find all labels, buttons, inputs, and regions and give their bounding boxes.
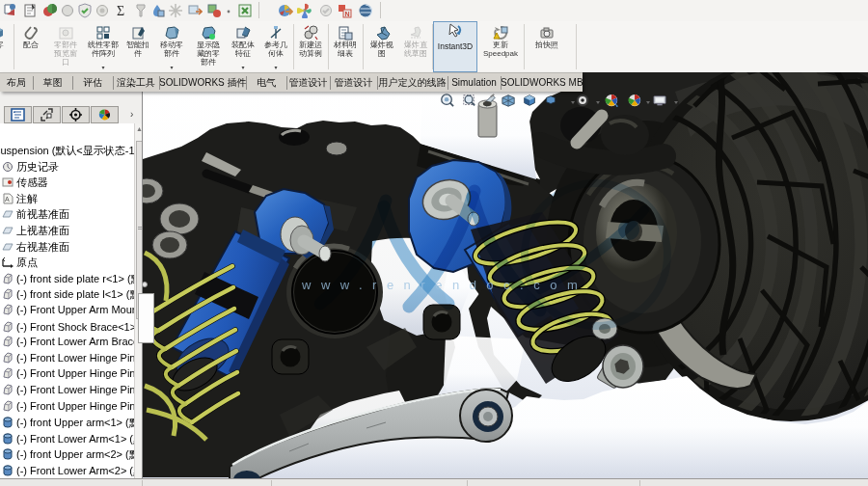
- svg-text:A: A: [5, 196, 10, 202]
- svg-text:N: N: [345, 11, 350, 17]
- svg-text:Σ: Σ: [117, 4, 124, 18]
- svg-text:www.renrendoc.com: www.renrendoc.com: [301, 278, 587, 292]
